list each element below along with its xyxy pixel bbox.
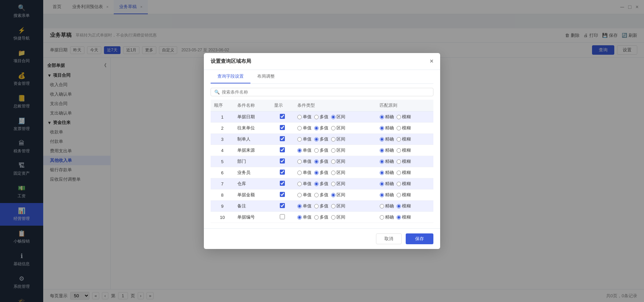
type-option-区间[interactable]: 区间 [331, 203, 345, 209]
show-checkbox-5[interactable] [280, 170, 285, 175]
col-type: 条件类型 [294, 100, 376, 111]
match-option-精确[interactable]: 精确 [380, 147, 394, 153]
table-row: 4单据来源单值多值区间精确模糊 [211, 145, 433, 156]
type-option-多值[interactable]: 多值 [314, 114, 328, 120]
type-option-单值[interactable]: 单值 [297, 192, 312, 198]
type-option-单值[interactable]: 单值 [297, 158, 312, 165]
match-option-精确[interactable]: 精确 [380, 114, 394, 120]
show-checkbox-8[interactable] [280, 203, 285, 208]
match-option-模糊[interactable]: 模糊 [397, 147, 411, 153]
search-input[interactable] [222, 90, 306, 95]
type-option-区间[interactable]: 区间 [331, 214, 345, 220]
type-option-单值[interactable]: 单值 [297, 125, 312, 131]
match-option-模糊[interactable]: 模糊 [397, 125, 411, 131]
cell-match: 精确模糊 [376, 145, 433, 156]
type-option-单值[interactable]: 单值 [297, 147, 312, 153]
tab-query-fields[interactable]: 查询字段设置 [211, 70, 250, 83]
dialog-close-button[interactable]: × [430, 58, 433, 65]
cell-show [271, 212, 294, 223]
match-option-精确[interactable]: 精确 [380, 203, 394, 209]
show-checkbox-3[interactable] [280, 147, 285, 152]
show-checkbox-6[interactable] [280, 181, 285, 186]
match-option-精确[interactable]: 精确 [380, 214, 394, 220]
type-option-单值[interactable]: 单值 [297, 114, 312, 120]
cell-type: 单值多值区间 [294, 145, 376, 156]
show-checkbox-1[interactable] [280, 125, 285, 130]
type-option-区间[interactable]: 区间 [331, 192, 345, 198]
type-option-多值[interactable]: 多值 [314, 170, 328, 176]
cell-show [271, 145, 294, 156]
cell-show [271, 201, 294, 212]
type-option-区间[interactable]: 区间 [331, 125, 345, 131]
search-icon: 🔍 [214, 90, 220, 95]
match-option-精确[interactable]: 精确 [380, 125, 394, 131]
cell-type: 单值多值区间 [294, 167, 376, 178]
table-row: 10单据编号单值多值区间精确模糊 [211, 212, 433, 223]
match-option-模糊[interactable]: 模糊 [397, 158, 411, 165]
table-row: 2往来单位单值多值区间精确模糊 [211, 123, 433, 134]
show-checkbox-2[interactable] [280, 136, 285, 141]
cell-show [271, 167, 294, 178]
search-box: 🔍 [211, 88, 433, 96]
modal-overlay: 设置查询区域布局 × 查询字段设置 布局调整 🔍 顺序 条件名 [0, 0, 644, 302]
type-option-单值[interactable]: 单值 [297, 170, 312, 176]
type-option-单值[interactable]: 单值 [297, 214, 312, 220]
cell-name: 制单人 [234, 134, 270, 145]
type-option-多值[interactable]: 多值 [314, 136, 328, 142]
type-option-区间[interactable]: 区间 [331, 170, 345, 176]
cell-show [271, 190, 294, 201]
match-option-模糊[interactable]: 模糊 [397, 214, 411, 220]
tab-layout[interactable]: 布局调整 [250, 70, 281, 83]
cell-name: 部门 [234, 156, 270, 167]
type-option-区间[interactable]: 区间 [331, 147, 345, 153]
match-option-精确[interactable]: 精确 [380, 181, 394, 187]
type-option-区间[interactable]: 区间 [331, 136, 345, 142]
match-option-精确[interactable]: 精确 [380, 136, 394, 142]
show-checkbox-0[interactable] [280, 114, 285, 119]
cell-type: 单值多值区间 [294, 201, 376, 212]
cell-order: 6 [211, 167, 234, 178]
match-option-模糊[interactable]: 模糊 [397, 192, 411, 198]
match-option-精确[interactable]: 精确 [380, 192, 394, 198]
cell-name: 单据编号 [234, 212, 270, 223]
match-option-模糊[interactable]: 模糊 [397, 181, 411, 187]
match-option-模糊[interactable]: 模糊 [397, 170, 411, 176]
cell-show [271, 156, 294, 167]
show-checkbox-7[interactable] [280, 192, 285, 197]
save-dialog-button[interactable]: 保存 [406, 233, 433, 244]
cell-name: 单据日期 [234, 111, 270, 123]
match-option-模糊[interactable]: 模糊 [397, 136, 411, 142]
cancel-button[interactable]: 取消 [376, 233, 402, 244]
cell-type: 单值多值区间 [294, 134, 376, 145]
dialog-footer: 取消 保存 [204, 228, 440, 249]
type-option-多值[interactable]: 多值 [314, 214, 328, 220]
type-option-多值[interactable]: 多值 [314, 181, 328, 187]
match-option-精确[interactable]: 精确 [380, 158, 394, 165]
type-option-多值[interactable]: 多值 [314, 125, 328, 131]
show-checkbox-9[interactable] [280, 214, 285, 219]
cell-match: 精确模糊 [376, 190, 433, 201]
type-option-单值[interactable]: 单值 [297, 181, 312, 187]
cell-name: 业务员 [234, 167, 270, 178]
cell-match: 精确模糊 [376, 201, 433, 212]
cell-match: 精确模糊 [376, 212, 433, 223]
table-row: 3制单人单值多值区间精确模糊 [211, 134, 433, 145]
dialog-tabs: 查询字段设置 布局调整 [211, 70, 433, 84]
type-option-多值[interactable]: 多值 [314, 192, 328, 198]
match-option-精确[interactable]: 精确 [380, 170, 394, 176]
cell-match: 精确模糊 [376, 178, 433, 190]
match-option-模糊[interactable]: 模糊 [397, 114, 411, 120]
type-option-多值[interactable]: 多值 [314, 203, 328, 209]
match-option-模糊[interactable]: 模糊 [397, 203, 411, 209]
table-row: 7仓库单值多值区间精确模糊 [211, 178, 433, 190]
type-option-区间[interactable]: 区间 [331, 114, 345, 120]
type-option-单值[interactable]: 单值 [297, 203, 312, 209]
cell-type: 单值多值区间 [294, 212, 376, 223]
type-option-多值[interactable]: 多值 [314, 147, 328, 153]
type-option-多值[interactable]: 多值 [314, 158, 328, 165]
type-option-区间[interactable]: 区间 [331, 158, 345, 165]
type-option-单值[interactable]: 单值 [297, 136, 312, 142]
type-option-区间[interactable]: 区间 [331, 181, 345, 187]
col-match: 匹配原则 [376, 100, 433, 111]
show-checkbox-4[interactable] [280, 158, 285, 163]
